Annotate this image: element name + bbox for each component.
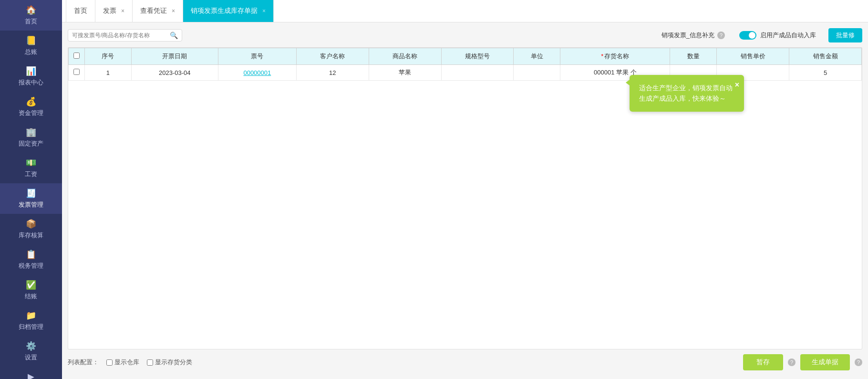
- sidebar-item-guide[interactable]: ▶ 新手引导: [0, 367, 62, 379]
- sidebar-item-checkout[interactable]: ✅ 结账: [0, 275, 62, 305]
- tab-stock-bill[interactable]: 销项发票生成库存单据 ×: [183, 0, 274, 22]
- header-unit-price: 销售单价: [717, 48, 789, 65]
- save-help-icon[interactable]: ?: [788, 358, 796, 366]
- guide-icon: ▶: [26, 371, 36, 379]
- batch-button[interactable]: 批量修: [828, 28, 862, 42]
- show-warehouse-label: 显示仓库: [114, 358, 139, 367]
- sidebar: 🏠 首页 📒 总账 📊 报表中心 💰 资金管理 🏢 固定资产 💵 工资 🧾 发票…: [0, 0, 62, 379]
- show-category-label: 显示存货分类: [155, 358, 192, 367]
- sidebar-item-label: 总账: [25, 48, 37, 56]
- tab-voucher[interactable]: 查看凭证 ×: [133, 0, 183, 22]
- toolbar-row: 🔍 销项发票_信息补充 ? 启用产成品自动入库 批量修: [68, 28, 862, 42]
- assets-icon: 🏢: [26, 127, 36, 137]
- sidebar-item-ledger[interactable]: 📒 总账: [0, 31, 62, 61]
- header-product: 商品名称: [369, 48, 441, 65]
- sidebar-item-assets[interactable]: 🏢 固定资产: [0, 122, 62, 153]
- sidebar-item-label: 税务管理: [19, 262, 43, 270]
- sidebar-item-label: 库存核算: [19, 231, 43, 240]
- tab-home-label: 首页: [74, 7, 87, 15]
- invoices-icon: 🧾: [26, 188, 36, 199]
- toggle-label: 启用产成品自动入库: [760, 31, 816, 40]
- select-all-checkbox[interactable]: [73, 53, 80, 59]
- search-box[interactable]: 🔍: [68, 29, 182, 42]
- sidebar-item-tax[interactable]: 📋 税务管理: [0, 244, 62, 275]
- checkout-icon: ✅: [26, 280, 36, 290]
- row-unit: [514, 65, 560, 81]
- row-ticket-no[interactable]: 00000001: [218, 65, 296, 81]
- tooltip-text: 适合生产型企业，销项发票自动生成产成品入库，快来体验～: [639, 84, 733, 102]
- sidebar-item-home[interactable]: 🏠 首页: [0, 0, 62, 31]
- search-input[interactable]: [72, 32, 167, 39]
- inventory-icon: 📦: [26, 219, 36, 229]
- row-amount: 5: [789, 65, 862, 81]
- sidebar-item-reports[interactable]: 📊 报表中心: [0, 61, 62, 92]
- sidebar-item-label: 工资: [25, 170, 37, 179]
- sidebar-item-label: 设置: [25, 353, 37, 362]
- auto-stock-toggle[interactable]: [739, 31, 756, 40]
- header-date: 开票日期: [131, 48, 218, 65]
- show-category-checkbox[interactable]: 显示存货分类: [147, 358, 192, 367]
- header-customer: 客户名称: [296, 48, 369, 65]
- show-warehouse-input[interactable]: [106, 359, 113, 366]
- sidebar-item-invoices[interactable]: 🧾 发票管理: [0, 183, 62, 214]
- sidebar-item-label: 固定资产: [19, 139, 43, 148]
- salary-icon: 💵: [26, 158, 36, 168]
- show-category-input[interactable]: [147, 359, 153, 366]
- tab-voucher-close[interactable]: ×: [172, 8, 175, 14]
- row-product: 苹果: [369, 65, 441, 81]
- content-area: 🔍 销项发票_信息补充 ? 启用产成品自动入库 批量修: [62, 22, 868, 379]
- list-config-label: 列表配置：: [68, 358, 99, 367]
- generate-button[interactable]: 生成单据: [800, 354, 850, 370]
- info-label-group: 销项发票_信息补充 ?: [661, 31, 725, 40]
- header-spec: 规格型号: [441, 48, 514, 65]
- bottom-actions: 暂存 ? 生成单据 ?: [743, 354, 862, 370]
- sidebar-item-funds[interactable]: 💰 资金管理: [0, 92, 62, 122]
- settings-icon: ⚙️: [26, 341, 36, 351]
- tab-invoice-label: 发票: [103, 7, 116, 15]
- header-amount: 销售金额: [789, 48, 862, 65]
- row-customer: 12: [296, 65, 369, 81]
- row-checkbox[interactable]: [73, 69, 80, 75]
- tab-stock-bill-label: 销项发票生成库存单据: [191, 7, 258, 15]
- generate-help-icon[interactable]: ?: [855, 358, 862, 366]
- bottom-bar: 列表配置： 显示仓库 显示存货分类 暂存 ? 生成单据 ?: [68, 349, 862, 373]
- sidebar-item-label: 资金管理: [19, 109, 43, 117]
- sidebar-item-label: 发票管理: [19, 200, 43, 209]
- table-header-row: 序号 开票日期 票号 客户名称 商品名称 规格型号 单位 *存货名称 数量 销售…: [69, 48, 862, 65]
- header-unit: 单位: [514, 48, 560, 65]
- archive-icon: 📁: [26, 310, 36, 321]
- sidebar-item-salary[interactable]: 💵 工资: [0, 153, 62, 183]
- save-button[interactable]: 暂存: [743, 354, 783, 370]
- search-icon: 🔍: [170, 32, 178, 39]
- sidebar-item-label: 报表中心: [19, 78, 43, 87]
- tooltip-close-button[interactable]: ×: [735, 79, 739, 91]
- sidebar-item-archive[interactable]: 📁 归档管理: [0, 305, 62, 336]
- ticket-no-link[interactable]: 00000001: [243, 69, 271, 76]
- row-checkbox-cell: [69, 65, 85, 81]
- header-checkbox-col: [69, 48, 85, 65]
- info-help-icon[interactable]: ?: [717, 32, 725, 39]
- row-spec: [441, 65, 514, 81]
- tab-voucher-label: 查看凭证: [140, 7, 167, 15]
- sidebar-item-label: 首页: [25, 17, 37, 26]
- main-area: 首页 发票 × 查看凭证 × 销项发票生成库存单据 × 🔍 销项发票_信息补充 …: [62, 0, 868, 379]
- tab-home[interactable]: 首页: [66, 0, 95, 22]
- header-ticket-no: 票号: [218, 48, 296, 65]
- row-date: 2023-03-04: [131, 65, 218, 81]
- tab-stock-bill-close[interactable]: ×: [262, 8, 266, 14]
- reports-icon: 📊: [26, 66, 36, 76]
- tab-invoice[interactable]: 发票 ×: [95, 0, 133, 22]
- sidebar-item-settings[interactable]: ⚙️ 设置: [0, 336, 62, 367]
- ledger-icon: 📒: [26, 35, 36, 46]
- show-warehouse-checkbox[interactable]: 显示仓库: [106, 358, 139, 367]
- header-seq: 序号: [85, 48, 132, 65]
- tax-icon: 📋: [26, 249, 36, 260]
- row-seq: 1: [85, 65, 132, 81]
- tooltip-popup: × 适合生产型企业，销项发票自动生成产成品入库，快来体验～: [630, 75, 744, 112]
- tab-bar: 首页 发票 × 查看凭证 × 销项发票生成库存单据 ×: [62, 0, 868, 22]
- header-inventory: *存货名称: [560, 48, 670, 65]
- tab-invoice-close[interactable]: ×: [121, 8, 124, 14]
- toggle-group: 启用产成品自动入库: [739, 31, 816, 40]
- sidebar-item-inventory[interactable]: 📦 库存核算: [0, 214, 62, 244]
- sidebar-item-label: 结账: [25, 292, 37, 301]
